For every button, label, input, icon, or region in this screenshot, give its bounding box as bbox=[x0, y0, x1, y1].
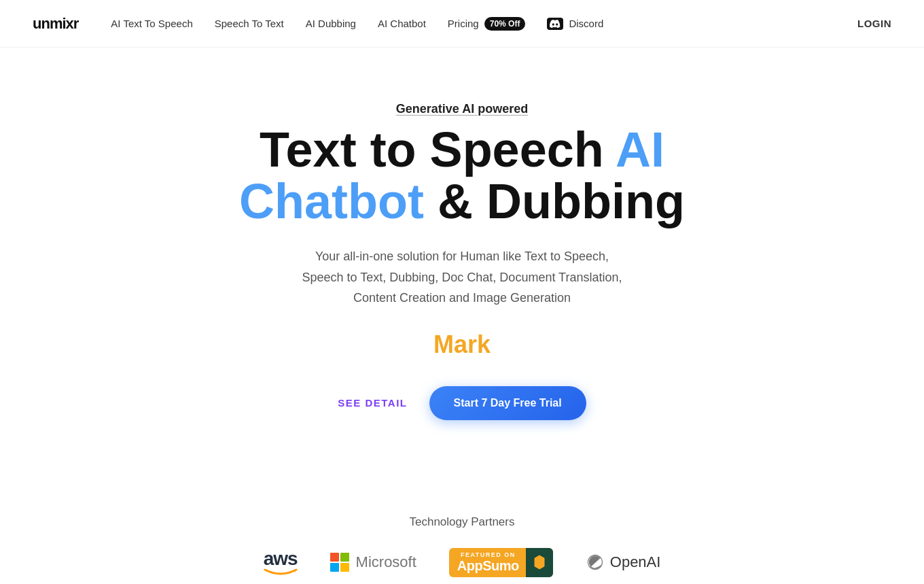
login-button[interactable]: LOGIN bbox=[857, 18, 891, 29]
hero-animated-name: Mark bbox=[189, 330, 735, 359]
hero-description: Your all-in-one solution for Human like … bbox=[189, 246, 735, 309]
nav-pricing-label: Pricing bbox=[448, 18, 479, 29]
discord-label: Discord bbox=[569, 18, 603, 29]
partners-title: Technology Partners bbox=[33, 515, 891, 529]
navbar: unmixr AI Text To Speech Speech To Text … bbox=[0, 0, 924, 48]
openai-text: OpenAI bbox=[610, 553, 661, 571]
appsumo-name-text: AppSumo bbox=[457, 558, 519, 574]
nav-dubbing[interactable]: AI Dubbing bbox=[306, 18, 356, 29]
nav-discord[interactable]: Discord bbox=[547, 18, 603, 30]
appsumo-badge-accent bbox=[526, 548, 553, 577]
openai-logo: OpenAI bbox=[586, 553, 661, 572]
hero-title-start: Text to Speech bbox=[260, 122, 604, 177]
brand-logo[interactable]: unmixr bbox=[33, 15, 78, 33]
hero-title-end: & Dubbing bbox=[438, 174, 685, 228]
appsumo-logo: FEATURED ON AppSumo bbox=[449, 548, 553, 577]
nav-ai-tts[interactable]: AI Text To Speech bbox=[111, 18, 192, 29]
partners-section: Technology Partners aws Microsoft FEATUR… bbox=[0, 515, 924, 584]
openai-icon bbox=[586, 553, 605, 572]
appsumo-featured-text: FEATURED ON bbox=[457, 551, 519, 558]
hero-title: Text to Speech AI Chatbot & Dubbing bbox=[189, 124, 735, 227]
aws-logo: aws bbox=[264, 549, 298, 575]
discord-icon bbox=[547, 18, 563, 30]
nav-stt[interactable]: Speech To Text bbox=[215, 18, 284, 29]
hero-section: Generative AI powered Text to Speech AI … bbox=[156, 48, 768, 515]
svg-marker-1 bbox=[535, 555, 544, 569]
microsoft-logo: Microsoft bbox=[330, 553, 416, 572]
hero-ctas: SEE DETAIL Start 7 Day Free Trial bbox=[189, 386, 735, 420]
microsoft-grid-icon bbox=[330, 553, 349, 572]
nav-links: AI Text To Speech Speech To Text AI Dubb… bbox=[111, 17, 857, 31]
see-detail-button[interactable]: SEE DETAIL bbox=[338, 397, 407, 409]
partners-logos: aws Microsoft FEATURED ON AppSumo bbox=[33, 548, 891, 577]
trial-button[interactable]: Start 7 Day Free Trial bbox=[429, 386, 586, 420]
nav-chatbot[interactable]: AI Chatbot bbox=[378, 18, 426, 29]
discount-badge: 70% Off bbox=[484, 17, 526, 31]
microsoft-text: Microsoft bbox=[356, 553, 416, 571]
aws-text: aws bbox=[264, 549, 298, 568]
aws-smile-icon bbox=[264, 568, 298, 575]
nav-pricing[interactable]: Pricing 70% Off bbox=[448, 17, 526, 31]
hero-overline: Generative AI powered bbox=[189, 102, 735, 116]
